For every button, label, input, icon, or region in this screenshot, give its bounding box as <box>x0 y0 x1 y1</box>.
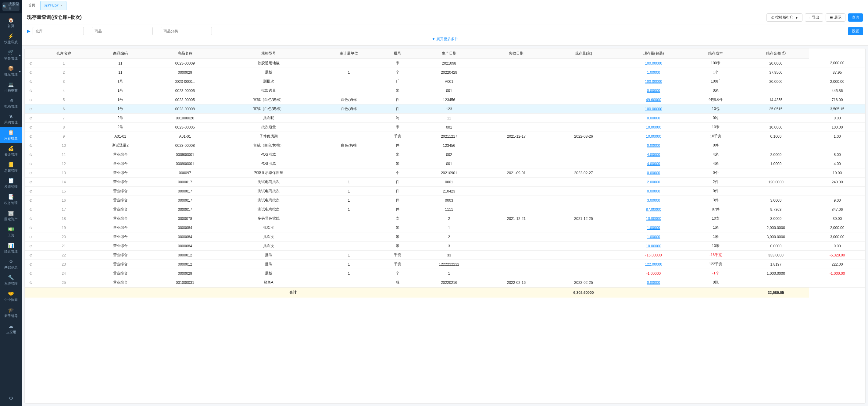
nav-label: 采购管理 <box>4 120 18 125</box>
sidebar-item-首页[interactable]: 🏠首页 <box>0 14 22 31</box>
table-cell[interactable]: 展板 <box>220 68 317 77</box>
sidebar-item-税务管理[interactable]: 📑税务管理 <box>0 192 22 208</box>
sidebar-item-工资[interactable]: 💵工资 <box>0 224 22 240</box>
table-cell[interactable]: 批次昵 <box>220 113 317 123</box>
sidebar-search-button[interactable]: 🔍 搜索菜单 <box>2 2 20 11</box>
table-cell[interactable]: 批号 <box>220 251 317 260</box>
export-button[interactable]: ↑ 导出 <box>805 13 823 22</box>
table-cell[interactable]: 富绒（白色/奶棉） <box>220 141 317 150</box>
sidebar-item-云应用[interactable]: ☁云应用 <box>0 321 22 337</box>
sidebar-item-系统管理[interactable]: 🔧系统管理 <box>0 272 22 289</box>
table-cell: 个 <box>381 68 414 77</box>
tab-inventory-batch[interactable]: 库存批次 × <box>40 1 66 10</box>
table-cell[interactable]: 0.00000 <box>618 86 689 95</box>
warehouse-input[interactable] <box>33 27 84 35</box>
col-header-9: 现存量(主) <box>549 48 618 59</box>
table-cell[interactable]: 批次次 <box>220 241 317 251</box>
expand-conditions-button[interactable]: ▼ 展开更多条件 <box>27 35 863 43</box>
table-cell[interactable]: 10.00000 <box>618 132 689 141</box>
table-cell[interactable]: 0.00000 <box>618 168 689 177</box>
sidebar-item-电商管理[interactable]: 🖥电商管理 <box>0 95 22 111</box>
sidebar-item-零售管理[interactable]: 🛒零售管理 <box>0 47 22 63</box>
table-cell[interactable]: 展板 <box>220 269 317 278</box>
table-cell[interactable]: 0.00000 <box>618 141 689 150</box>
query-button[interactable]: 查询 <box>848 13 863 22</box>
table-cell[interactable]: 4.00000 <box>618 159 689 168</box>
sidebar-item-库存核查[interactable]: 📋库存核查 <box>0 127 22 143</box>
table-cell <box>549 59 618 68</box>
table-cell[interactable]: 测试电商批次 <box>220 177 317 187</box>
sidebar-item-快捷导航[interactable]: ⚡快捷导航 <box>0 31 22 47</box>
sidebar-item-新手引导[interactable]: 🎓新手引导 <box>0 305 22 321</box>
table-cell[interactable]: 10.00000 <box>618 214 689 223</box>
table-cell[interactable]: 测试电商批次 <box>220 187 317 196</box>
table-cell[interactable]: 0.00000 <box>618 113 689 123</box>
table-cell[interactable]: 100.00000 <box>618 104 689 113</box>
print-button[interactable]: 🖨 按模版打印 ▼ <box>767 13 802 22</box>
table-cell[interactable]: -16.00000 <box>618 251 689 260</box>
table-cell[interactable]: 1.00000 <box>618 68 689 77</box>
table-cell[interactable]: 测试电商批次 <box>220 196 317 205</box>
table-cell[interactable]: POS 批次 <box>220 150 317 159</box>
table-cell[interactable]: 多头异色软线 <box>220 214 317 223</box>
table-cell[interactable]: 富绒（白色/奶棉） <box>220 95 317 104</box>
table-cell[interactable]: 4.00000 <box>618 150 689 159</box>
table-cell[interactable]: -1.00000 <box>618 269 689 278</box>
tab-close-button[interactable]: × <box>61 4 62 7</box>
table-cell <box>743 141 809 150</box>
sidebar-item-企业协同[interactable]: 🤝企业协同 <box>0 289 22 305</box>
sidebar-item-发票管理[interactable]: 🧾发票管理 <box>0 175 22 192</box>
table-cell[interactable]: 批次次 <box>220 232 317 241</box>
table-cell[interactable]: 软胶通用地毯 <box>220 59 317 68</box>
toggle-button[interactable]: ☰ 展示 <box>826 13 845 22</box>
table-cell[interactable]: 87.00000 <box>618 205 689 214</box>
table-cell[interactable]: 子件促质期 <box>220 132 317 141</box>
table-cell[interactable]: 3.00000 <box>618 196 689 205</box>
filter-arrow-btn[interactable]: ▶ <box>27 29 30 34</box>
table-cell[interactable]: POS显示率保质量 <box>220 168 317 177</box>
sidebar-item-基础信息[interactable]: ⚙基础信息 <box>0 256 22 272</box>
sidebar-item-小额电商[interactable]: 💻小额电商 <box>0 79 22 95</box>
tab-home[interactable]: 首页 <box>24 1 39 10</box>
table-cell[interactable]: 测批次 <box>220 77 317 86</box>
table-cell[interactable]: 鲜鱼A <box>220 278 317 287</box>
table-cell[interactable]: 测试电商批次 <box>220 205 317 214</box>
table-row: ⊙20营业综合0000084批次次米21.000001米3,000.00003,… <box>25 232 865 241</box>
sidebar-item-批发管理[interactable]: 📦批发管理 <box>0 63 22 79</box>
sidebar-item-经营管理[interactable]: 📊经营管理 <box>0 240 22 256</box>
goods-input[interactable] <box>92 27 153 35</box>
table-cell: 0000029 <box>150 68 220 77</box>
settings-button-header[interactable]: 设置 <box>848 27 863 35</box>
table-cell[interactable]: 批号 <box>220 260 317 269</box>
table-cell <box>317 232 380 241</box>
sidebar-item-总账管理[interactable]: 📒总账管理 <box>0 159 22 175</box>
table-cell[interactable]: 100.00000 <box>618 77 689 86</box>
table-cell: ⊙ <box>25 278 37 287</box>
sidebar-item-固定资产[interactable]: 🏢固定资产 <box>0 208 22 224</box>
table-cell[interactable]: 批次次 <box>220 223 317 232</box>
table-cell[interactable]: 10.00000 <box>618 241 689 251</box>
table-cell: 2021098 <box>414 59 484 68</box>
table-cell[interactable]: 0.00000 <box>618 187 689 196</box>
category-input[interactable] <box>161 27 212 35</box>
table-cell[interactable]: POS 批次 <box>220 159 317 168</box>
table-cell: 1米 <box>689 232 742 241</box>
table-cell[interactable]: 1.00000 <box>618 232 689 241</box>
table-cell: 1 <box>317 260 380 269</box>
table-cell[interactable]: 富绒（白色/奶棉） <box>220 104 317 113</box>
table-cell: 1 <box>414 269 484 278</box>
table-cell[interactable]: 122.00000 <box>618 260 689 269</box>
table-cell[interactable]: 批次透量 <box>220 123 317 132</box>
table-cell[interactable]: 49.60000 <box>618 95 689 104</box>
table-cell[interactable]: 批次透量 <box>220 86 317 95</box>
table-cell: 米 <box>381 232 414 241</box>
table-cell[interactable]: 10.00000 <box>618 123 689 132</box>
table-cell[interactable]: 2.00000 <box>618 177 689 187</box>
table-cell[interactable]: 0.00000 <box>618 278 689 287</box>
nav-label: 批发管理 <box>4 72 18 77</box>
sidebar-item-采购管理[interactable]: 🛍采购管理 <box>0 111 22 127</box>
settings-button[interactable]: ⚙ <box>0 393 22 404</box>
table-cell[interactable]: 100.00000 <box>618 59 689 68</box>
table-cell[interactable]: 1.00000 <box>618 223 689 232</box>
sidebar-item-资金管理[interactable]: 💰资金管理 <box>0 143 22 159</box>
